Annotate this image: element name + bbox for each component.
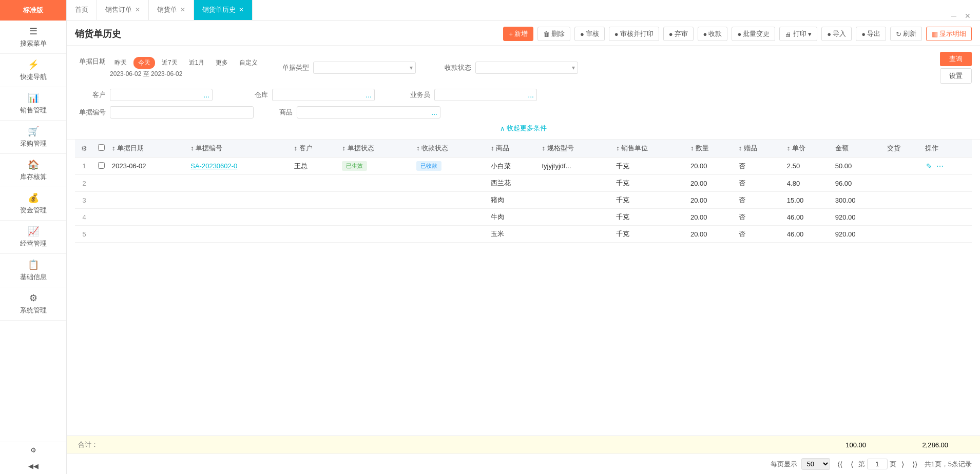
warehouse-label: 仓库 [237, 90, 268, 100]
print-button[interactable]: 🖨 打印 ▾ [779, 27, 817, 41]
row-gift: 否 [736, 209, 784, 226]
th-gear[interactable]: ⚙ [75, 140, 93, 157]
date-btn-custom[interactable]: 自定义 [235, 57, 262, 69]
sidebar-item-finance[interactable]: 💰 资金管理 [0, 187, 66, 221]
tab-sales-history-close[interactable]: ✕ [239, 6, 244, 13]
audit-icon: ● [580, 30, 584, 38]
page-input[interactable] [867, 459, 888, 469]
row-more-btn[interactable]: ⋯ [936, 162, 944, 170]
th-doc-no[interactable]: ↕ 单据编号 [187, 140, 291, 157]
th-qty[interactable]: ↕ 数量 [687, 140, 736, 157]
warehouse-input[interactable] [272, 89, 375, 101]
goods-dots-btn[interactable]: ... [431, 108, 437, 116]
add-button[interactable]: + 新增 [503, 27, 533, 41]
row-amount: 50.00 [832, 157, 884, 175]
row-doc-status: 已生效 [339, 157, 413, 175]
audit-print-button[interactable]: ● 审核并打印 [609, 27, 659, 41]
audit-button[interactable]: ● 审核 [574, 27, 605, 41]
th-doc-date[interactable]: ↕ 单据日期 [109, 140, 187, 157]
doc-type-label: 单据类型 [278, 63, 309, 72]
goods-input[interactable] [297, 106, 440, 118]
customer-dots-btn[interactable]: ... [203, 91, 209, 99]
sidebar-item-operation[interactable]: 📈 经营管理 [0, 221, 66, 254]
tabs-bar: 首页 销售订单 ✕ 销货单 ✕ 销货单历史 ✕ ─ ✕ [67, 0, 980, 21]
doc-type-select[interactable] [313, 62, 416, 74]
select-all-checkbox[interactable] [98, 144, 105, 151]
salesperson-label: 业务员 [399, 90, 430, 100]
window-minimize-btn[interactable]: ─ [947, 12, 960, 20]
date-btn-more[interactable]: 更多 [211, 57, 233, 69]
date-btn-1month[interactable]: 近1月 [184, 57, 209, 69]
import-button[interactable]: ● 导入 [821, 27, 852, 41]
tab-home[interactable]: 首页 [67, 0, 97, 20]
show-detail-icon: ▦ [932, 30, 938, 38]
refresh-button[interactable]: ↻ 刷新 [890, 27, 922, 41]
settings-button[interactable]: 设置 [940, 68, 972, 84]
tab-sales-order[interactable]: 销售订单 ✕ [97, 0, 149, 20]
salesperson-input[interactable] [434, 89, 537, 101]
query-button[interactable]: 查询 [940, 52, 972, 66]
date-btn-today[interactable]: 今天 [133, 57, 155, 69]
sidebar-item-quick-nav[interactable]: ⚡ 快捷导航 [0, 54, 66, 87]
date-btn-yesterday[interactable]: 昨天 [110, 57, 131, 69]
operation-icon: 📈 [28, 226, 39, 237]
page-size-select[interactable]: 50 100 200 [801, 458, 830, 470]
abandon-button[interactable]: ● 弃审 [663, 27, 694, 41]
page-first-btn[interactable]: ⟨⟨ [834, 459, 846, 469]
row-doc-date [109, 209, 187, 226]
page-next-btn[interactable]: ⟩ [898, 459, 907, 469]
th-customer[interactable]: ↕ 客户 [291, 140, 339, 157]
th-price[interactable]: ↕ 单价 [784, 140, 832, 157]
export-button[interactable]: ● 导出 [856, 27, 886, 41]
tab-sales-history[interactable]: 销货单历史 ✕ [194, 0, 253, 20]
tab-sales-delivery-close[interactable]: ✕ [180, 6, 185, 13]
collapse-btn[interactable]: ∧ 收起更多条件 [500, 124, 547, 133]
sidebar-item-inventory[interactable]: 🏠 库存核算 [0, 154, 66, 187]
content-area: 销货单历史 + 新增 🗑 删除 ● 审核 ● 审核并打印 [67, 21, 980, 474]
sidebar-item-sales-mgmt[interactable]: 📊 销售管理 [0, 87, 66, 121]
sidebar-item-basic-info[interactable]: 📋 基础信息 [0, 254, 66, 287]
th-goods[interactable]: ↕ 商品 [488, 140, 539, 157]
sidebar-bottom-collapse[interactable]: ◀◀ [0, 458, 66, 474]
salesperson-dots-btn[interactable]: ... [528, 91, 534, 99]
sidebar-item-search-menu[interactable]: ☰ 搜索菜单 [0, 21, 66, 54]
row-price: 15.00 [784, 192, 832, 209]
delete-button[interactable]: 🗑 删除 [537, 27, 570, 41]
batch-change-button[interactable]: ● 批量变更 [732, 27, 775, 41]
th-unit[interactable]: ↕ 销售单位 [613, 140, 687, 157]
show-detail-button[interactable]: ▦ 显示明细 [926, 27, 972, 41]
th-doc-status[interactable]: ↕ 单据状态 [339, 140, 413, 157]
payment-status-select[interactable] [475, 62, 578, 74]
th-spec-label: ↕ 规格型号 [542, 144, 573, 152]
row-edit-btn[interactable]: ✎ [926, 162, 932, 170]
customer-input[interactable] [110, 89, 213, 101]
th-payment-status[interactable]: ↕ 收款状态 [413, 140, 488, 157]
row-checkbox-cell [93, 209, 109, 226]
row-gift: 否 [736, 175, 784, 192]
row-goods: 猪肉 [488, 192, 539, 209]
sidebar-item-sys-mgmt[interactable]: ⚙ 系统管理 [0, 287, 66, 321]
row-num: 4 [75, 209, 93, 226]
th-trade: 交货 [884, 140, 922, 157]
page-last-btn[interactable]: ⟩⟩ [909, 459, 920, 469]
sidebar-item-purchase-mgmt[interactable]: 🛒 采购管理 [0, 121, 66, 154]
th-spec[interactable]: ↕ 规格型号 [539, 140, 613, 157]
window-close-btn[interactable]: ✕ [960, 12, 975, 20]
row-checkbox[interactable] [98, 162, 105, 169]
date-btn-7days[interactable]: 近7天 [157, 57, 182, 69]
doc-no-link[interactable]: SA-20230602-0 [190, 162, 237, 170]
warehouse-dots-btn[interactable]: ... [366, 91, 372, 99]
tab-sales-order-close[interactable]: ✕ [135, 6, 140, 13]
th-action-label: 操作 [925, 144, 938, 152]
collect-icon: ● [703, 30, 707, 38]
row-qty: 20.00 [687, 192, 736, 209]
row-payment-status [413, 226, 488, 243]
page-prev-btn[interactable]: ⟨ [848, 459, 856, 469]
doc-no-input[interactable] [110, 106, 254, 118]
sidebar-bottom-settings[interactable]: ⚙ [0, 442, 66, 458]
tab-sales-delivery[interactable]: 销货单 ✕ [149, 0, 194, 20]
th-gift[interactable]: ↕ 赠品 [736, 140, 784, 157]
collect-button[interactable]: ● 收款 [698, 27, 728, 41]
row-price: 46.00 [784, 209, 832, 226]
row-qty: 20.00 [687, 226, 736, 243]
